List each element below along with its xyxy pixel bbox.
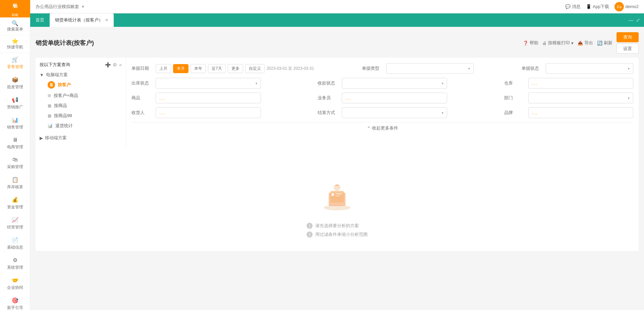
scheme-by-goods99[interactable]: ▦ 按商品99 — [40, 111, 122, 121]
tab-close-icon[interactable]: ✕ — [105, 18, 108, 22]
message-button[interactable]: 💬 消息 — [565, 4, 581, 10]
scheme-group-desktop-header[interactable]: ▼ 电脑端方案 — [40, 70, 122, 79]
sidebar-item-ecommerce[interactable]: 🖥 电商管理 — [0, 134, 30, 153]
bill-status-label: 单据状态 — [522, 65, 542, 71]
tab-sales-stat[interactable]: 销货单统计表（按客户） ✕ — [50, 13, 114, 27]
username: demo2 — [625, 4, 639, 9]
goods-dots: ... — [159, 95, 165, 101]
schemes-panel: 按以下方案查询 ➕ ⚙ « ▼ 电脑端方案 — [36, 58, 126, 149]
help-button[interactable]: ❓ 帮助 — [523, 40, 538, 46]
refresh-icon: 🔄 — [597, 41, 602, 46]
add-scheme-icon[interactable]: ➕ — [105, 62, 111, 67]
scheme-by-goods99-label: 按商品99 — [54, 113, 72, 119]
date-btn-custom[interactable]: 自定义 — [245, 64, 265, 73]
sidebar-item-marketing[interactable]: 📢 营销推广 — [0, 93, 30, 113]
main-area: 办公用品行业模拟账套 ▾ 💬 消息 📱 App下载 Ea demo2 首页 — [30, 0, 644, 310]
sidebar-item-operation[interactable]: 📈 经营管理 — [0, 213, 30, 234]
brand-select[interactable]: ... — [528, 107, 634, 118]
settings-scheme-icon[interactable]: ⚙ — [113, 62, 117, 67]
schemes-header: 按以下方案查询 ➕ ⚙ « — [40, 62, 122, 68]
receiver-select[interactable]: ... — [156, 107, 261, 118]
sidebar-item-retail[interactable]: 🛒 零售管理 — [0, 53, 30, 73]
settlement-label: 结算方式 — [318, 110, 338, 116]
date-buttons: 上月 本月 本年 近7天 更多 自定义 2023-03-01 至 2023-03… — [156, 64, 314, 73]
tab-home[interactable]: 首页 — [30, 13, 50, 27]
sidebar-item-inventory[interactable]: 📋 库存核算 — [0, 173, 30, 193]
brand-dots: ... — [532, 110, 538, 115]
scheme-group-desktop-label: 电脑端方案 — [46, 72, 68, 78]
date-btn-last-month[interactable]: 上月 — [156, 64, 171, 73]
app-download-label: App下载 — [593, 4, 609, 10]
user-menu[interactable]: Ea demo2 — [614, 2, 639, 11]
sidebar-item-sales[interactable]: 📊 销售管理 — [0, 113, 30, 134]
print-dropdown-icon: ▾ — [571, 41, 574, 46]
return-stat-icon: 📊 — [48, 123, 53, 128]
goods-select[interactable]: ... — [156, 93, 261, 103]
receiver-dots: ... — [159, 110, 165, 115]
sales-icon: 📊 — [12, 117, 18, 123]
message-icon: 💬 — [565, 4, 571, 9]
empty-tips: 1 请先选择要分析的方案 2 用过滤条件来缩小分析范围 — [307, 223, 368, 238]
dept-chevron-icon: ▾ — [628, 96, 630, 100]
scheme-group-mobile-header[interactable]: ▶ 移动端方案 — [40, 134, 122, 142]
app-title-header: 办公用品行业模拟账套 — [36, 4, 79, 10]
stock-out-select[interactable]: ▾ — [156, 78, 261, 89]
minimize-icon[interactable]: — — [629, 17, 633, 23]
sidebar-item-label: 采购管理 — [7, 164, 23, 170]
refresh-button[interactable]: 🔄 刷新 — [597, 40, 612, 46]
sidebar-item-label: 系统管理 — [7, 265, 23, 270]
window-controls: — ⤢ — [629, 17, 644, 23]
tab-bar: 首页 销货单统计表（按客户） ✕ — ⤢ — [30, 13, 644, 27]
receipt-select[interactable]: ▾ — [342, 78, 447, 89]
settlement-select[interactable]: ▾ — [342, 107, 447, 118]
collapse-row: ⌃ 收起更多条件 — [131, 122, 633, 134]
dropdown-arrow-icon: ▾ — [82, 4, 84, 9]
top-header: 办公用品行业模拟账套 ▾ 💬 消息 📱 App下载 Ea demo2 — [30, 0, 644, 13]
settings-button[interactable]: 设置 — [616, 44, 639, 54]
maximize-icon[interactable]: ⤢ — [636, 17, 640, 23]
salesperson-select[interactable]: ... — [342, 93, 447, 103]
svg-rect-6 — [335, 193, 342, 194]
content-body: 按以下方案查询 ➕ ⚙ « ▼ 电脑端方案 — [36, 58, 639, 149]
app-download-button[interactable]: 📱 App下载 — [586, 4, 609, 10]
dept-select[interactable]: ▾ — [528, 93, 634, 103]
collapse-scheme-icon[interactable]: « — [119, 62, 122, 67]
collapse-button[interactable]: ⌃ 收起更多条件 — [367, 125, 398, 131]
bill-status-select[interactable]: ▾ — [546, 63, 633, 74]
stock-out-chevron-icon: ▾ — [256, 82, 257, 85]
print-button[interactable]: 🖨 按模板打印 ▾ — [542, 40, 574, 46]
filter-row-1: 单据日期 上月 本月 本年 近7天 更多 自定义 2023-03-01 至 20… — [131, 63, 633, 74]
query-button[interactable]: 查询 — [616, 32, 639, 42]
bill-type-select[interactable]: ▾ — [386, 63, 474, 74]
sidebar-item-guide[interactable]: 🎯 新手引导 — [0, 294, 30, 310]
wholesale-icon: 📦 — [12, 76, 18, 83]
date-btn-this-month[interactable]: 本月 — [173, 64, 189, 73]
export-button[interactable]: 📤 导出 — [578, 40, 593, 46]
sidebar-item-enterprise[interactable]: 🤝 企业协同 — [0, 274, 30, 294]
sidebar-item-system[interactable]: ⚙ 系统管理 — [0, 254, 30, 274]
message-label: 消息 — [572, 4, 581, 10]
scheme-group-mobile-label: 移动端方案 — [45, 135, 67, 141]
date-btn-this-year[interactable]: 本年 — [191, 64, 206, 73]
sidebar-item-purchase[interactable]: 🛍 采购管理 — [0, 153, 30, 173]
sidebar-item-finance[interactable]: 💰 资金管理 — [0, 193, 30, 213]
quick-nav[interactable]: ⭐ 快捷导航 — [0, 35, 30, 53]
sidebar-item-label: 经营管理 — [7, 224, 23, 230]
date-btn-7days[interactable]: 近7天 — [208, 64, 226, 73]
finance-icon: 💰 — [12, 197, 18, 203]
brand-label: 品牌 — [504, 110, 524, 116]
scheme-by-goods[interactable]: ▦ 按商品 — [40, 101, 122, 111]
warehouse-select[interactable]: ... — [528, 78, 634, 89]
scheme-return-stat[interactable]: 📊 退货统计 — [40, 121, 122, 131]
app-logo: 畅 标账 — [0, 0, 30, 17]
sidebar-item-basic[interactable]: 📄 基础信息 — [0, 234, 30, 254]
sidebar-item-label: 批发管理 — [7, 84, 23, 90]
scheme-by-customer[interactable]: 客 按客户 — [40, 79, 122, 91]
search-menu[interactable]: 🔍 搜索菜单 — [0, 17, 30, 35]
date-btn-more[interactable]: 更多 — [228, 64, 243, 73]
page-content: 销货单统计表(按客户) ❓ 帮助 🖨 按模板打印 ▾ 📤 导出 🔄 刷新 — [30, 27, 644, 310]
tab-home-label: 首页 — [36, 17, 44, 23]
by-customer-active-icon: 客 — [48, 81, 55, 89]
scheme-by-customer-goods[interactable]: ⊞ 按客户+商品 — [40, 91, 122, 101]
sidebar-item-wholesale[interactable]: 📦 批发管理 — [0, 73, 30, 93]
